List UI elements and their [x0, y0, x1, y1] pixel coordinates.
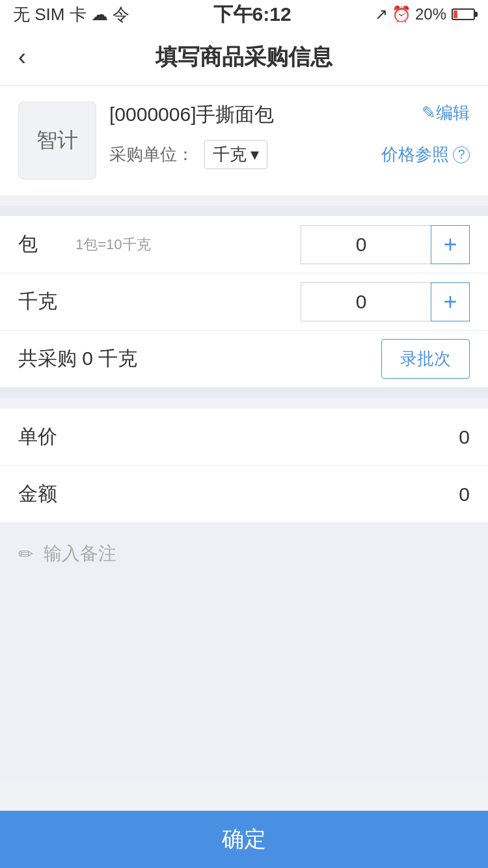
status-left: 无 SIM 卡 ☁ 令: [13, 3, 129, 26]
unit-price-value: 0: [459, 426, 470, 448]
unit-selector-group: 采购单位： 千克 ▾: [109, 140, 267, 169]
price-ref-label: 价格参照: [381, 143, 449, 166]
section-divider-1: [0, 206, 488, 216]
total-summary-text: 共采购 0 千克: [18, 346, 137, 372]
bottom-spacer: [0, 584, 488, 780]
product-header: [0000006]手撕面包 ✎编辑: [109, 102, 470, 128]
unit-dropdown[interactable]: 千克 ▾: [204, 140, 267, 169]
alarm-icon: ⏰: [392, 5, 411, 23]
battery-percent: 20%: [415, 5, 446, 23]
unit-label: 采购单位：: [109, 144, 194, 164]
kg-input-row: 千克 +: [0, 273, 488, 331]
confirm-button[interactable]: 确定: [0, 811, 488, 868]
help-icon: ?: [453, 146, 470, 163]
dropdown-icon: ▾: [251, 144, 259, 165]
bag-input-row: 包 1包=10千克 +: [0, 216, 488, 273]
nav-bar: ‹ 填写商品采购信息: [0, 29, 488, 86]
product-card: 智计 [0000006]手撕面包 ✎编辑 采购单位： 千克 ▾ 价格参照 ?: [0, 86, 488, 195]
pencil-icon: ✏: [18, 543, 33, 565]
quantity-input-section: 包 1包=10千克 + 千克 + 共采购 0 千克 录批次: [0, 216, 488, 388]
bag-quantity-input[interactable]: [301, 225, 431, 264]
kg-quantity-input[interactable]: [301, 282, 431, 321]
product-info: [0000006]手撕面包 ✎编辑 采购单位： 千克 ▾ 价格参照 ?: [109, 102, 470, 169]
bag-label: 包: [18, 231, 70, 258]
unit-value: 千克: [213, 143, 247, 166]
bag-input-control: +: [301, 225, 470, 264]
unit-price-label: 单价: [18, 424, 57, 450]
summary-row: 共采购 0 千克 录批次: [0, 331, 488, 388]
bag-plus-button[interactable]: +: [431, 225, 470, 264]
page-title: 填写商品采购信息: [156, 42, 332, 72]
kg-plus-button[interactable]: +: [431, 282, 470, 321]
section-divider-2: [0, 388, 488, 398]
product-name: [0000006]手撕面包: [109, 102, 422, 128]
pricing-section: 单价 0 金额 0: [0, 409, 488, 523]
status-right: ↗ ⏰ 20%: [375, 5, 475, 23]
edit-button[interactable]: ✎编辑: [422, 102, 470, 124]
product-thumbnail: 智计: [18, 102, 96, 180]
product-logo-text: 智计: [36, 126, 78, 155]
bag-sublabel: 1包=10千克: [75, 235, 301, 254]
note-section[interactable]: ✏ 输入备注: [0, 523, 488, 584]
amount-label: 金额: [18, 481, 57, 508]
note-placeholder-text: 输入备注: [44, 541, 116, 566]
product-unit-row: 采购单位： 千克 ▾ 价格参照 ?: [109, 140, 470, 169]
amount-row: 金额 0: [0, 466, 488, 523]
amount-value: 0: [459, 483, 470, 506]
price-reference-button[interactable]: 价格参照 ?: [381, 143, 470, 166]
location-icon: ↗: [375, 5, 388, 23]
unit-price-row: 单价 0: [0, 409, 488, 466]
battery-icon: [452, 8, 475, 20]
status-time: 下午6:12: [213, 1, 291, 28]
kg-label: 千克: [18, 288, 70, 315]
back-button[interactable]: ‹: [18, 44, 26, 71]
battery-fill: [454, 10, 457, 18]
kg-input-control: +: [301, 282, 470, 321]
status-bar: 无 SIM 卡 ☁ 令 下午6:12 ↗ ⏰ 20%: [0, 0, 488, 29]
record-batch-button[interactable]: 录批次: [381, 339, 470, 379]
